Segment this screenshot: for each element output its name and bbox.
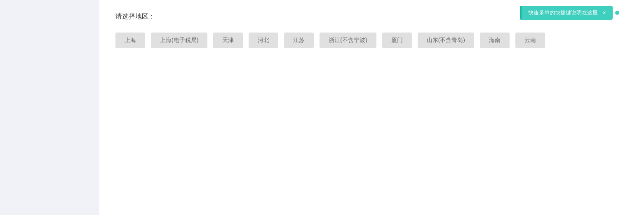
- tooltip-text: 快速录单的快捷键说明在这里: [528, 9, 598, 16]
- tooltip-box: 快速录单的快捷键说明在这里 ×: [520, 6, 613, 20]
- tooltip-wrapper: 快速录单的快捷键说明在这里 ×: [520, 6, 619, 20]
- region-button-2[interactable]: 天津: [213, 33, 243, 48]
- tooltip-accent: [520, 6, 522, 20]
- main-content: 请选择地区： 上海上海(电子税局)天津河北江苏浙江(不含宁波)厦门山东(不含青岛…: [99, 0, 644, 215]
- region-button-6[interactable]: 厦门: [382, 33, 412, 48]
- region-button-5[interactable]: 浙江(不含宁波): [320, 33, 376, 48]
- region-buttons: 上海上海(电子税局)天津河北江苏浙江(不含宁波)厦门山东(不含青岛)海南云南: [115, 33, 628, 48]
- left-sidebar: [0, 0, 99, 215]
- region-button-8[interactable]: 海南: [480, 33, 510, 48]
- region-button-0[interactable]: 上海: [115, 33, 145, 48]
- region-button-4[interactable]: 江苏: [284, 33, 314, 48]
- tooltip-close-button[interactable]: ×: [603, 9, 606, 16]
- tooltip-dot: [615, 11, 619, 15]
- region-button-9[interactable]: 云南: [515, 33, 545, 48]
- region-button-7[interactable]: 山东(不含青岛): [418, 33, 474, 48]
- region-button-3[interactable]: 河北: [249, 33, 278, 48]
- region-button-1[interactable]: 上海(电子税局): [151, 33, 207, 48]
